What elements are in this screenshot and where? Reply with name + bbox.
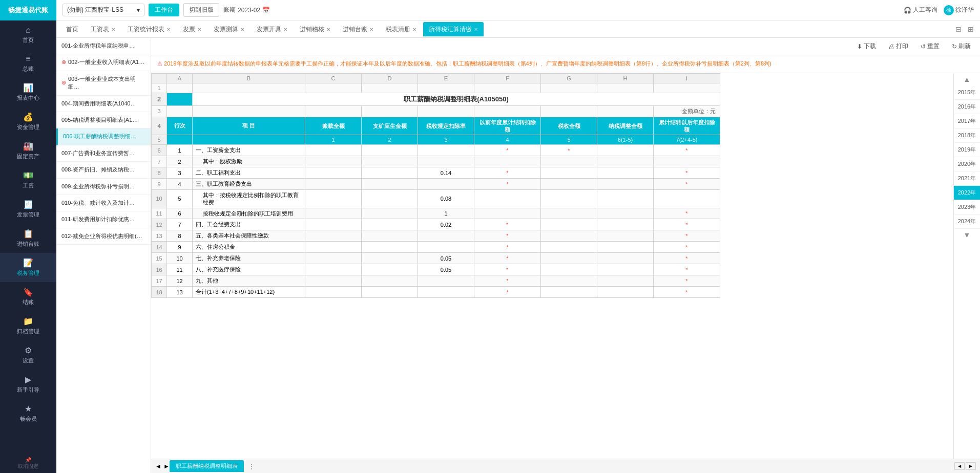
data-cell[interactable]: [362, 275, 418, 287]
list-item-003[interactable]: ⊗ 003-一般企业业成本支出明细…: [56, 71, 151, 96]
data-cell[interactable]: [597, 219, 654, 230]
data-cell[interactable]: [597, 190, 654, 208]
sidebar-item-capital[interactable]: 💰 资金管理: [0, 107, 56, 136]
year-item-2017[interactable]: 2017年: [954, 114, 980, 128]
sidebar-item-inout-ledger[interactable]: 📋 进销台账: [0, 224, 56, 253]
data-cell[interactable]: [362, 219, 418, 230]
list-item-008[interactable]: 008-资产折旧、摊销及纳税…: [56, 162, 151, 178]
item-cell[interactable]: 其中：按税收规定比例扣除的职工教育经费: [193, 190, 305, 208]
refresh-button[interactable]: ↻ 刷新: [949, 41, 974, 52]
year-up-button[interactable]: ▲: [962, 73, 973, 85]
item-cell[interactable]: 七、补充养老保险: [193, 253, 305, 264]
data-cell[interactable]: *: [654, 145, 720, 156]
seq-cell[interactable]: 4: [167, 179, 193, 190]
data-cell[interactable]: [418, 275, 474, 287]
data-cell[interactable]: 0.14: [418, 167, 474, 179]
item-cell[interactable]: 九、其他: [193, 275, 305, 287]
cell-D3[interactable]: [362, 105, 418, 117]
user-info[interactable]: 徐 徐泽华: [944, 5, 974, 15]
data-cell[interactable]: [362, 145, 418, 156]
data-cell[interactable]: *: [654, 287, 720, 298]
data-cell[interactable]: [362, 156, 418, 167]
data-cell[interactable]: [362, 264, 418, 275]
data-cell[interactable]: [597, 156, 654, 167]
data-cell[interactable]: *: [474, 264, 541, 275]
sidebar-item-fixed-assets[interactable]: 🏭 固定资产: [0, 136, 56, 165]
data-cell[interactable]: [597, 242, 654, 253]
cell-G1[interactable]: [541, 83, 597, 93]
data-cell[interactable]: *: [474, 287, 541, 298]
list-item-010[interactable]: 010-免税、减计收入及加计…: [56, 195, 151, 211]
data-cell[interactable]: 0.08: [418, 190, 474, 208]
seq-cell[interactable]: 9: [167, 242, 193, 253]
seq-cell[interactable]: 11: [167, 264, 193, 275]
workbench-button[interactable]: 工作台: [149, 4, 179, 16]
sidebar-item-invoice-mgmt[interactable]: 🧾 发票管理: [0, 195, 56, 224]
data-cell[interactable]: [474, 156, 541, 167]
data-cell[interactable]: [541, 242, 597, 253]
list-item-011[interactable]: 011-研发费用加计扣除优惠…: [56, 211, 151, 228]
item-cell[interactable]: 按税收规定全额扣除的职工培训费用: [193, 208, 305, 219]
data-cell[interactable]: [541, 167, 597, 179]
data-cell[interactable]: [305, 179, 362, 190]
tab-inout-verify-close[interactable]: ✕: [326, 27, 330, 32]
seq-cell[interactable]: 8: [167, 230, 193, 242]
data-cell[interactable]: *: [654, 230, 720, 242]
year-item-2018[interactable]: 2018年: [954, 128, 980, 143]
year-item-2019[interactable]: 2019年: [954, 143, 980, 157]
list-item-007[interactable]: 007-广告费和业务宣传费暂…: [56, 145, 151, 162]
list-item-006[interactable]: 006-职工薪酬纳税调整明细…: [56, 128, 151, 145]
cell-A3[interactable]: [167, 105, 193, 117]
scroll-left-btn[interactable]: ◄: [954, 462, 965, 470]
data-cell[interactable]: [597, 275, 654, 287]
data-cell[interactable]: [305, 287, 362, 298]
item-cell[interactable]: 二、职工福利支出: [193, 167, 305, 179]
list-item-005[interactable]: 005-纳税调整项目明细表(A1…: [56, 112, 151, 128]
data-cell[interactable]: *: [654, 167, 720, 179]
data-cell[interactable]: [362, 179, 418, 190]
data-cell[interactable]: *: [474, 275, 541, 287]
data-cell[interactable]: [305, 275, 362, 287]
tab-home[interactable]: 首页: [60, 22, 84, 36]
print-button[interactable]: 🖨 打印: [885, 41, 911, 52]
list-item-012[interactable]: 012-减免企业所得税优惠明细(…: [56, 228, 151, 245]
year-item-2016[interactable]: 2016年: [954, 100, 980, 114]
data-cell[interactable]: [305, 167, 362, 179]
data-cell[interactable]: [305, 145, 362, 156]
seq-cell[interactable]: 12: [167, 275, 193, 287]
data-cell[interactable]: [541, 264, 597, 275]
data-cell[interactable]: [362, 208, 418, 219]
data-cell[interactable]: [597, 145, 654, 156]
data-cell[interactable]: [305, 264, 362, 275]
cell-C1[interactable]: [305, 83, 362, 93]
data-cell[interactable]: *: [654, 253, 720, 264]
tab-collapse-button[interactable]: ⊟: [953, 24, 964, 34]
sheet-area[interactable]: A B C D E F G H I: [151, 73, 953, 459]
tab-payroll-stat-close[interactable]: ✕: [166, 27, 171, 32]
sidebar-item-general-ledger[interactable]: ≡ 总账: [0, 49, 56, 78]
data-cell[interactable]: 0.05: [418, 264, 474, 275]
data-cell[interactable]: *: [474, 179, 541, 190]
seq-cell[interactable]: 3: [167, 167, 193, 179]
tab-payroll-stat[interactable]: 工资统计报表 ✕: [122, 22, 176, 36]
seq-cell[interactable]: 5: [167, 190, 193, 208]
sidebar-item-vip[interactable]: ★ 畅会员: [0, 399, 56, 428]
data-cell[interactable]: [541, 156, 597, 167]
data-cell[interactable]: [474, 190, 541, 208]
data-cell[interactable]: [597, 230, 654, 242]
data-cell[interactable]: *: [474, 253, 541, 264]
data-cell[interactable]: [597, 287, 654, 298]
data-cell[interactable]: [597, 208, 654, 219]
data-cell[interactable]: [362, 167, 418, 179]
data-cell[interactable]: [597, 264, 654, 275]
cell-F3[interactable]: [474, 105, 541, 117]
sidebar-item-payroll[interactable]: 💵 工资: [0, 165, 56, 195]
tab-payroll[interactable]: 工资表 ✕: [85, 22, 121, 36]
tab-tax-summary-close[interactable]: ✕: [474, 27, 478, 32]
cell-C3[interactable]: [305, 105, 362, 117]
cell-H3[interactable]: [597, 105, 654, 117]
item-cell[interactable]: 三、职工教育经费支出: [193, 179, 305, 190]
tab-invoice-calc[interactable]: 发票测算 ✕: [208, 22, 250, 36]
seq-cell[interactable]: 1: [167, 145, 193, 156]
sheet-options-btn[interactable]: ⋮: [248, 462, 255, 470]
